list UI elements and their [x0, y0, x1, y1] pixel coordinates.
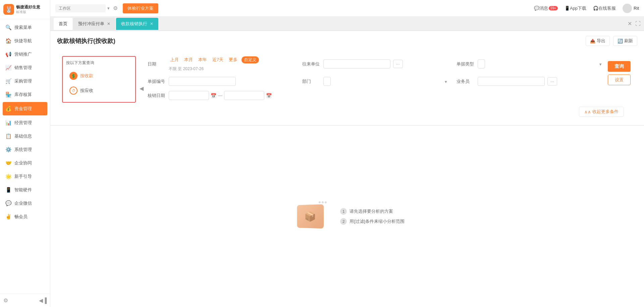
filter-row-1: 日期 上月 本月 本年 近7天 更多 自定义 不限 至 2023-07-26 — [148, 56, 604, 72]
tab-prepay-close-icon[interactable]: ✕ — [107, 21, 110, 26]
empty-box: 📦 — [297, 204, 324, 229]
empty-dot-2 — [322, 201, 324, 203]
verify-date-end-input[interactable]: 2023-07-21 — [224, 91, 264, 100]
sidebar-item-sales-label: 销售管理 — [14, 65, 32, 71]
refresh-button[interactable]: 🔄 刷新 — [613, 36, 637, 46]
user-name: Rit — [634, 6, 639, 11]
sidebar-item-inventory-label: 库存核算 — [14, 92, 32, 98]
collapse-more-icon: ∧∧ — [584, 109, 591, 114]
user-avatar — [623, 4, 632, 13]
user-info[interactable]: Rit — [623, 4, 639, 13]
sidebar-settings-icon[interactable]: ⚙ — [3, 297, 8, 304]
by-receipt-icon: 💲 — [69, 72, 77, 80]
date-tab-7days[interactable]: 近7天 — [211, 56, 225, 63]
dept-select-wrap — [323, 77, 450, 86]
message-button[interactable]: 💬 消息 99+ — [534, 5, 558, 11]
topbar-gear-icon[interactable]: ⚙ — [113, 5, 118, 11]
tabbar: 首页 预付冲应付单 ✕ 收款核销执行 ✕ ✕ ⛶ — [50, 17, 644, 31]
doc-no-input[interactable] — [169, 77, 236, 86]
app-download-button[interactable]: 📱 App下载 — [565, 5, 586, 11]
tab-verify-label: 收款核销执行 — [121, 21, 147, 27]
smart-hw-icon: 📱 — [5, 187, 12, 193]
sidebar-item-finance-label: 资金管理 — [14, 106, 32, 112]
filter-option-by-receipt[interactable]: 💲 按收款 — [66, 69, 132, 83]
logo-sub: 标准版 — [16, 10, 40, 14]
dept-select[interactable] — [323, 77, 331, 86]
tab-verify-close-icon[interactable]: ✕ — [150, 21, 153, 26]
sidebar-item-smart-hw[interactable]: 📱 智能硬件 — [0, 183, 50, 197]
settings-button[interactable]: 设置 — [608, 74, 631, 85]
tab-prepay-label: 预付冲应付单 — [78, 21, 104, 27]
message-badge: 99+ — [549, 6, 558, 10]
export-button[interactable]: 📤 导出 — [586, 36, 610, 46]
sidebar-item-marketing[interactable]: 📢 营销推广 — [0, 48, 50, 61]
date-tab-this-month[interactable]: 本月 — [183, 56, 194, 63]
page-content: 收款核销执行(按收款) 📤 导出 🔄 刷新 按以下 — [50, 31, 644, 307]
sidebar-item-guide[interactable]: 🌟 新手引导 — [0, 170, 50, 183]
online-service-button[interactable]: 🎧 在线客服 — [593, 5, 616, 11]
tab-expand-icon[interactable]: ⛶ — [635, 21, 641, 27]
tab-home[interactable]: 首页 — [54, 18, 72, 30]
message-icon: 💬 — [534, 6, 539, 11]
unit-input[interactable] — [323, 59, 390, 68]
sidebar-item-finance[interactable]: 💰 资金管理 — [3, 102, 47, 115]
sidebar: 🐰 畅捷通好生意 标准版 🔍 搜索菜单 🏠 快捷导航 📢 营销推广 📈 销售管理… — [0, 0, 50, 307]
salesperson-filter: 业务员 ··· — [457, 77, 604, 86]
sidebar-item-purchase[interactable]: 🛒 采购管理 — [0, 74, 50, 88]
sidebar-item-wechat[interactable]: 💬 企业微信 — [0, 197, 50, 210]
sidebar-item-management[interactable]: 📊 经营管理 — [0, 116, 50, 130]
salesperson-input[interactable] — [478, 77, 545, 86]
empty-illustration: 📦 — [290, 200, 330, 233]
date-tab-last-month[interactable]: 上月 — [169, 56, 180, 63]
salesperson-label: 业务员 — [457, 79, 475, 85]
date-range-text: 不限 至 2023-07-26 — [169, 66, 204, 72]
date-tab-more[interactable]: 更多 — [227, 56, 239, 63]
dept-label: 部门 — [302, 79, 321, 85]
topbar-right: 💬 消息 99+ 📱 App下载 🎧 在线客服 Rit — [534, 4, 639, 13]
verify-date-end-calendar-icon[interactable]: 📅 — [266, 93, 272, 98]
tab-verify[interactable]: 收款核销执行 ✕ — [116, 18, 158, 30]
page-header: 收款核销执行(按收款) 📤 导出 🔄 刷新 按以下 — [50, 31, 644, 125]
verify-date-start-input[interactable]: 2023-03-01 — [169, 91, 209, 100]
empty-hint-1: 1 请先选择要分析的方案 — [340, 208, 404, 215]
sidebar-item-search[interactable]: 🔍 搜索菜单 — [0, 21, 50, 34]
sidebar-item-enterprise[interactable]: 🤝 企业协同 — [0, 156, 50, 170]
system-icon: ⚙️ — [5, 146, 12, 153]
sidebar-item-purchase-label: 采购管理 — [14, 78, 32, 84]
salesperson-ellipsis-button[interactable]: ··· — [547, 77, 557, 86]
unit-ellipsis-button[interactable]: ··· — [393, 60, 403, 68]
sidebar-item-member-label: 畅会员 — [14, 214, 28, 220]
solution-button[interactable]: 体验行业方案 — [123, 3, 158, 13]
doc-type-select[interactable] — [478, 59, 485, 68]
sidebar-item-basic-info-label: 基础信息 — [14, 133, 32, 139]
empty-hint-2: 2 用[过滤]条件来缩小分析范围 — [340, 218, 404, 225]
online-service-label: 在线客服 — [598, 5, 616, 11]
sidebar-item-basic-info[interactable]: 📋 基础信息 — [0, 130, 50, 143]
enterprise-icon: 🤝 — [5, 160, 12, 166]
empty-box-face: 📦 — [304, 211, 316, 222]
sidebar-item-quick-nav[interactable]: 🏠 快捷导航 — [0, 34, 50, 48]
date-tab-this-year[interactable]: 本年 — [197, 56, 208, 63]
tab-close-all-icon[interactable]: ✕ — [628, 20, 632, 27]
sidebar-item-member[interactable]: ✌ 畅会员 — [0, 210, 50, 223]
service-icon: 🎧 — [593, 6, 598, 11]
sidebar-item-system[interactable]: ⚙️ 系统管理 — [0, 143, 50, 156]
tab-prepay[interactable]: 预付冲应付单 ✕ — [73, 18, 115, 30]
workspace-dropdown-icon[interactable]: ▾ — [107, 6, 110, 11]
sidebar-item-sales[interactable]: 📈 销售管理 — [0, 61, 50, 74]
by-receipt-label: 按收款 — [80, 73, 93, 79]
query-button[interactable]: 查询 — [608, 61, 631, 72]
sidebar-collapse-icon[interactable]: ◀▐ — [39, 297, 47, 304]
filter-row-2: 单据编号 部门 业务员 — [148, 77, 604, 86]
filter-left-panel: 按以下方案查询 💲 按收款 ⏱ 按应收 — [62, 56, 136, 103]
date-custom-badge[interactable]: 自定义 — [241, 56, 259, 63]
collapse-more-button[interactable]: ∧∧ 收起更多条件 — [579, 107, 624, 117]
verify-date-start-calendar-icon[interactable]: 📅 — [211, 93, 216, 98]
sidebar-item-inventory[interactable]: 🏪 库存核算 — [0, 88, 50, 101]
filter-left-collapse-icon[interactable]: ◀ — [140, 85, 144, 91]
filter-option-by-receivable[interactable]: ⏱ 按应收 — [66, 84, 132, 97]
workspace-input[interactable] — [55, 4, 106, 12]
inventory-icon: 🏪 — [5, 91, 12, 98]
topbar-left: ▾ ⚙ 体验行业方案 — [55, 3, 534, 13]
collapse-more-label: 收起更多条件 — [592, 109, 619, 115]
